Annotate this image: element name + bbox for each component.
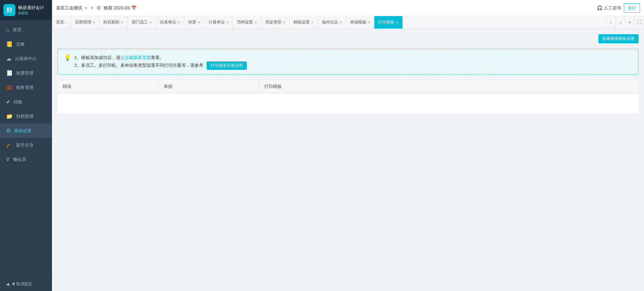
calendar-icon[interactable]: 📅 <box>131 5 137 10</box>
main-area: 基层工会测试 ▼ + ⚙ 账期 2023-03 📅 🎧 人工咨询 会计 首页 › <box>52 0 644 291</box>
notice-content: 1、模板添加成功后，请点击刷新新页面查看。 2、多员工、多打印机、多种业务类型设… <box>74 54 632 70</box>
tab-nav-prev-button[interactable]: ‹ <box>606 16 616 29</box>
home-icon: ⌂ <box>6 27 9 33</box>
headset-icon: 🎧 <box>597 5 602 10</box>
col-module: 模块 <box>57 80 158 93</box>
tab-close-icon[interactable]: × <box>198 20 200 24</box>
sidebar-item-invoice[interactable]: 🧾 发票管理 <box>0 66 52 80</box>
topbar-right: 🎧 人工咨询 会计 <box>597 3 640 13</box>
invoice-icon: 🧾 <box>6 70 13 76</box>
tab-close-icon[interactable]: × <box>283 20 285 24</box>
tab-subject-init[interactable]: 科目期初 × <box>99 16 127 29</box>
tab-currency[interactable]: 币种设置 × <box>233 16 261 29</box>
tab-dept-staff[interactable]: 部门员工 × <box>128 16 156 29</box>
tab-close-icon[interactable]: × <box>226 20 228 24</box>
col-template: 打印模板 <box>259 80 639 93</box>
add-tab-button[interactable]: + <box>91 5 94 11</box>
period-info: 账期 2023-03 📅 <box>104 5 137 11</box>
sidebar-item-home[interactable]: ⌂ 首页 <box>0 23 52 37</box>
content-area: 隐藏预置模板设置 💡 1、模板添加成功后，请点击刷新新页面查看。 2、多员工、多… <box>52 29 644 291</box>
company-selector[interactable]: 基层工会测试 ▼ <box>56 5 88 11</box>
account-button[interactable]: 会计 <box>624 3 640 13</box>
tab-home-chevron-icon: › <box>65 20 67 25</box>
tabbar: 首页 › 归档管理 × 科目期初 × 部门员工 × 往来单位 × 存货 × 计量… <box>52 16 644 29</box>
settings-icon: ⚙ <box>6 128 11 134</box>
member-icon: V <box>6 156 10 162</box>
tax-icon: 💼 <box>6 84 13 91</box>
tab-archive-mgmt[interactable]: 归档管理 × <box>71 16 99 29</box>
tab-op-log[interactable]: 操作日志 × <box>318 16 346 29</box>
tab-home[interactable]: 首页 › <box>52 16 71 29</box>
tab-close-icon[interactable]: × <box>150 20 152 24</box>
col-slip: 单据 <box>158 80 259 93</box>
tab-close-icon[interactable]: × <box>121 20 123 24</box>
app-logo-text: 畅捷通好会计 旗舰版 <box>18 5 44 15</box>
company-chevron-icon: ▼ <box>84 6 88 10</box>
tab-expand-button[interactable]: ⛶ <box>635 16 644 29</box>
action-row: 隐藏预置模板设置 <box>57 34 639 46</box>
sidebar-nav: ⌂ 首页 📒 总账 ☁ 云报表中心 🧾 发票管理 💼 税务管理 ✔ 结账 📁 归… <box>0 20 52 277</box>
sidebar-item-member[interactable]: V 畅会员 <box>0 152 52 166</box>
sidebar: 好 畅捷通好会计 旗舰版 ⌂ 首页 📒 总账 ☁ 云报表中心 🧾 发票管理 💼 … <box>0 0 52 291</box>
ledger-icon: 📒 <box>6 41 13 47</box>
tab-close-all-button[interactable]: × <box>625 16 635 29</box>
tab-voucher-type[interactable]: 凭证类型 × <box>261 16 289 29</box>
tab-nav-next-button[interactable]: › <box>616 16 625 29</box>
tab-unit[interactable]: 计量单位 × <box>205 16 233 29</box>
settings-gear-icon[interactable]: ⚙ <box>96 5 101 11</box>
topbar: 基层工会测试 ▼ + ⚙ 账期 2023-03 📅 🎧 人工咨询 会计 <box>52 0 644 16</box>
hide-template-settings-button[interactable]: 隐藏预置模板设置 <box>598 34 639 43</box>
service-button[interactable]: 🎧 人工咨询 <box>597 5 621 11</box>
tab-tax-settings[interactable]: 财税设置 × <box>289 16 318 29</box>
tab-close-icon[interactable]: × <box>340 20 342 24</box>
tab-nav-buttons: ‹ › × ⛶ <box>606 16 644 29</box>
archive-icon: 📁 <box>6 113 13 119</box>
tab-inventory[interactable]: 存货 × <box>184 16 204 29</box>
sidebar-item-ledger[interactable]: 📒 总账 <box>0 37 52 51</box>
lightbulb-icon: 💡 <box>64 54 71 61</box>
unpin-button[interactable]: ◀ ◀ 取消固定 <box>0 277 52 291</box>
sidebar-logo: 好 畅捷通好会计 旗舰版 <box>0 0 52 20</box>
tab-close-icon[interactable]: × <box>178 20 180 24</box>
app-logo-icon: 好 <box>3 4 15 16</box>
tab-close-active-icon[interactable]: × <box>396 20 398 24</box>
tab-close-icon[interactable]: × <box>368 20 370 24</box>
notice-line2: 2、多员工、多打印机、多种业务类型设置不同打印方案等，请参考 打印场景设置说明 <box>74 61 632 70</box>
sidebar-item-newuser[interactable]: 🎓 新手引导 <box>0 138 52 152</box>
sidebar-item-report[interactable]: ☁ 云报表中心 <box>0 51 52 66</box>
tab-single-template[interactable]: 单据模板 × <box>346 16 374 29</box>
tab-customer[interactable]: 往来单位 × <box>156 16 184 29</box>
tab-print-template[interactable]: 打印模板 × <box>374 16 402 29</box>
print-template-table: 模块 单据 打印模板 <box>57 80 639 113</box>
topbar-actions: + ⚙ <box>91 5 101 11</box>
tab-close-icon[interactable]: × <box>93 20 95 24</box>
sidebar-item-tax[interactable]: 💼 税务管理 <box>0 80 52 95</box>
refresh-link[interactable]: 点击刷新新页面 <box>120 55 151 60</box>
pin-icon: ◀ <box>6 282 9 287</box>
tab-close-icon[interactable]: × <box>255 20 257 24</box>
newuser-icon: 🎓 <box>6 142 13 148</box>
table-body <box>57 93 639 113</box>
notice-box: 💡 1、模板添加成功后，请点击刷新新页面查看。 2、多员工、多打印机、多种业务类… <box>57 49 639 75</box>
tab-close-icon[interactable]: × <box>311 20 313 24</box>
report-icon: ☁ <box>6 55 11 62</box>
print-scene-explain-button[interactable]: 打印场景设置说明 <box>207 61 247 70</box>
sidebar-item-settings[interactable]: ⚙ 基础设置 <box>0 124 52 138</box>
sidebar-item-archive[interactable]: 📁 归档管理 <box>0 109 52 124</box>
table-header: 模块 单据 打印模板 <box>57 80 639 93</box>
settle-icon: ✔ <box>6 99 10 105</box>
notice-line1: 1、模板添加成功后，请点击刷新新页面查看。 <box>74 54 632 61</box>
sidebar-item-settle[interactable]: ✔ 结账 <box>0 95 52 109</box>
